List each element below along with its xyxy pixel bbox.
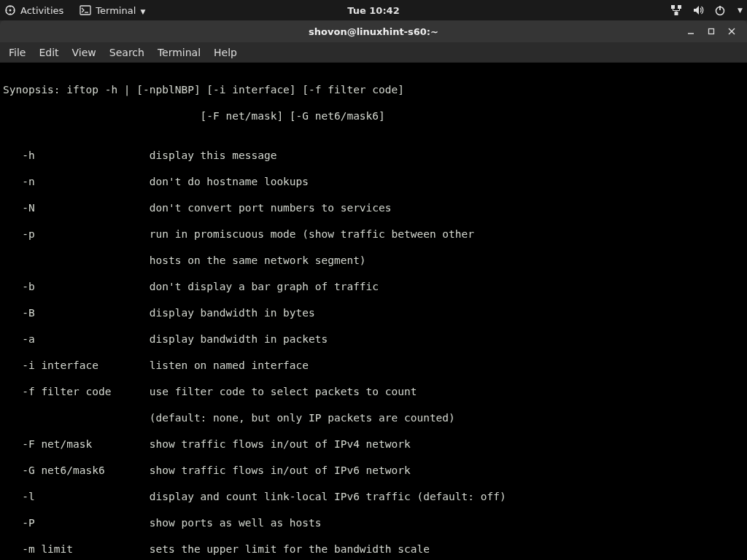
svg-rect-19: [709, 29, 714, 34]
terminal-line: -l display and count link-local IPv6 tra…: [3, 490, 744, 503]
terminal-line: -i interface listen on named interface: [3, 359, 744, 372]
terminal-line: [-F net/mask] [-G net6/mask6]: [3, 109, 744, 122]
menu-view[interactable]: View: [72, 47, 96, 58]
volume-icon[interactable]: [692, 4, 704, 16]
terminal-window: shovon@linuxhint-s60:~ File Edit View Se…: [0, 20, 747, 560]
svg-point-1: [9, 9, 12, 12]
activities-icon: [4, 4, 16, 16]
svg-rect-6: [80, 6, 90, 15]
app-menu-label: Terminal: [96, 5, 136, 16]
svg-marker-15: [694, 6, 699, 15]
system-menu-chevron-icon[interactable]: ▼: [738, 7, 743, 14]
svg-rect-8: [671, 5, 675, 9]
terminal-line: -f filter code use filter code to select…: [3, 385, 744, 398]
terminal-line: -B display bandwidth in bytes: [3, 306, 744, 319]
chevron-down-icon: ▼: [140, 8, 145, 15]
svg-rect-10: [675, 12, 678, 15]
menubar: File Edit View Search Terminal Help: [0, 42, 747, 63]
minimize-button[interactable]: [686, 26, 696, 36]
terminal-line: -G net6/mask6 show traffic flows in/out …: [3, 464, 744, 477]
network-icon[interactable]: [670, 4, 682, 16]
menu-file[interactable]: File: [9, 47, 26, 58]
terminal-line: -F net/mask show traffic flows in/out of…: [3, 438, 744, 451]
terminal-line: -h display this message: [3, 149, 744, 162]
terminal-line: -n don't do hostname lookups: [3, 175, 744, 188]
menu-search[interactable]: Search: [109, 47, 144, 58]
terminal-line: -p run in promiscuous mode (show traffic…: [3, 228, 744, 241]
terminal-line: Synopsis: iftop -h | [-npblNBP] [-i inte…: [3, 83, 744, 96]
power-icon[interactable]: [714, 4, 726, 16]
window-title: shovon@linuxhint-s60:~: [309, 26, 438, 37]
terminal-line: -N don't convert port numbers to service…: [3, 201, 744, 214]
terminal-line: -P show ports as well as hosts: [3, 516, 744, 529]
app-menu-button[interactable]: Terminal ▼: [96, 5, 145, 16]
terminal-line: -m limit sets the upper limit for the ba…: [3, 542, 744, 556]
menu-edit[interactable]: Edit: [39, 47, 58, 58]
terminal-line: -a display bandwidth in packets: [3, 332, 744, 346]
terminal-output[interactable]: Synopsis: iftop -h | [-npblNBP] [-i inte…: [0, 63, 747, 560]
maximize-button[interactable]: [706, 26, 716, 36]
window-titlebar[interactable]: shovon@linuxhint-s60:~: [0, 20, 747, 42]
svg-rect-9: [678, 5, 681, 9]
terminal-line: -b don't display a bar graph of traffic: [3, 280, 744, 293]
terminal-line: (default: none, but only IP packets are …: [3, 411, 744, 424]
terminal-app-icon: [80, 4, 91, 16]
menu-terminal[interactable]: Terminal: [158, 47, 201, 58]
close-button[interactable]: [727, 26, 737, 36]
terminal-line: hosts on the same network segment): [3, 254, 744, 267]
menu-help[interactable]: Help: [214, 47, 237, 58]
gnome-top-bar: Activities Terminal ▼ Tue 10:42 ▼: [0, 0, 747, 20]
activities-button[interactable]: Activities: [20, 5, 63, 16]
